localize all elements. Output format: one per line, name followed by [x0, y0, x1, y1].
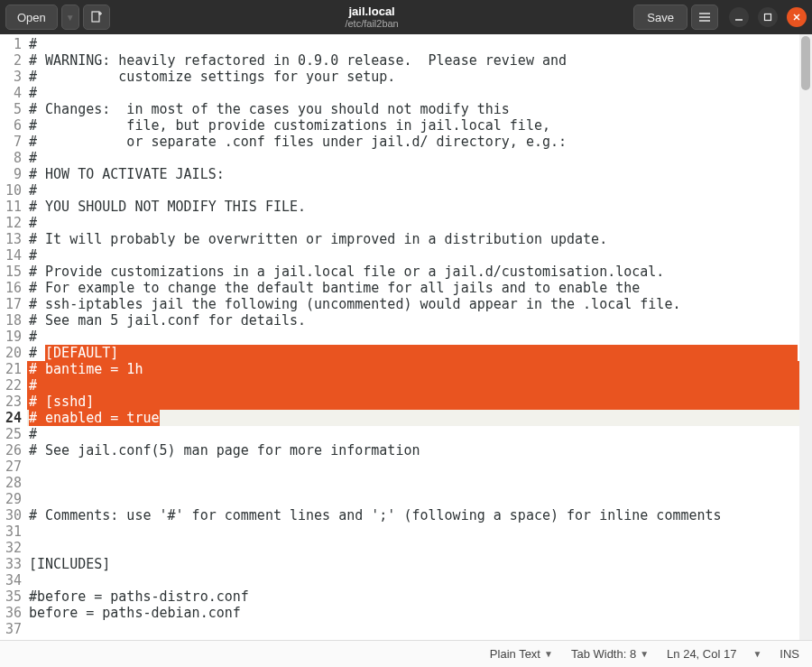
- code-line[interactable]: [27, 540, 799, 556]
- line-number: 27: [0, 459, 22, 475]
- code-line[interactable]: [27, 523, 799, 540]
- line-number: 3: [0, 69, 22, 85]
- cursor-position-selector[interactable]: Ln 24, Col 17 ▼: [667, 647, 761, 661]
- svg-rect-7: [765, 14, 771, 21]
- hamburger-menu-button[interactable]: [691, 5, 718, 30]
- code-line[interactable]: # enabled = true: [27, 410, 799, 426]
- code-line[interactable]: #before = paths-distro.conf: [27, 588, 799, 605]
- line-number: 16: [0, 280, 22, 296]
- maximize-icon: [763, 13, 772, 22]
- code-line[interactable]: #: [27, 150, 799, 166]
- line-number: 4: [0, 85, 22, 101]
- close-button[interactable]: [787, 7, 807, 27]
- code-line[interactable]: # YOU SHOULD NOT MODIFY THIS FILE.: [27, 199, 799, 215]
- line-number: 17: [0, 296, 22, 312]
- line-number: 31: [0, 523, 22, 540]
- titlebar: Open ▼ jail.local /etc/fail2ban Save: [0, 0, 812, 34]
- insert-mode-indicator[interactable]: INS: [780, 647, 799, 661]
- code-line[interactable]: # Provide customizations in a jail.local…: [27, 264, 799, 280]
- chevron-down-icon: ▼: [66, 13, 75, 23]
- code-line[interactable]: # WARNING: heavily refactored in 0.9.0 r…: [27, 52, 799, 69]
- code-line[interactable]: # or separate .conf files under jail.d/ …: [27, 134, 799, 150]
- code-line[interactable]: before = paths-debian.conf: [27, 605, 799, 621]
- code-line[interactable]: # file, but provide customizations in ja…: [27, 117, 799, 134]
- new-tab-button[interactable]: [83, 5, 110, 30]
- code-line[interactable]: # customize settings for your setup.: [27, 69, 799, 85]
- scrollbar-thumb[interactable]: [801, 36, 810, 90]
- minimize-button[interactable]: [729, 7, 749, 27]
- code-line[interactable]: [27, 459, 799, 475]
- code-line[interactable]: [27, 491, 799, 507]
- statusbar: Plain Text ▼ Tab Width: 8 ▼ Ln 24, Col 1…: [0, 640, 812, 667]
- svg-rect-0: [92, 12, 99, 22]
- editor-area[interactable]: 1234567891011121314151617181920212223242…: [0, 34, 812, 640]
- line-number: 5: [0, 101, 22, 117]
- line-number: 24: [0, 410, 22, 426]
- line-number: 29: [0, 491, 22, 507]
- line-number: 23: [0, 394, 22, 410]
- line-number: 26: [0, 442, 22, 459]
- code-line[interactable]: #: [27, 426, 799, 442]
- code-line[interactable]: # bantime = 1h: [27, 361, 799, 377]
- code-content[interactable]: ## WARNING: heavily refactored in 0.9.0 …: [27, 34, 799, 640]
- line-number: 37: [0, 621, 22, 637]
- maximize-button[interactable]: [758, 7, 778, 27]
- syntax-mode-label: Plain Text: [490, 647, 540, 661]
- line-number: 30: [0, 507, 22, 523]
- tab-width-selector[interactable]: Tab Width: 8 ▼: [571, 647, 649, 661]
- hamburger-icon: [698, 12, 711, 23]
- window-controls: [729, 7, 807, 27]
- line-number: 36: [0, 605, 22, 621]
- line-number: 35: [0, 588, 22, 605]
- code-line[interactable]: #: [27, 247, 799, 264]
- title-area: jail.local /etc/fail2ban: [114, 5, 631, 29]
- close-icon: [792, 13, 801, 22]
- code-line[interactable]: #: [27, 329, 799, 345]
- code-line[interactable]: [27, 475, 799, 491]
- code-line[interactable]: #: [27, 182, 799, 199]
- line-number: 20: [0, 345, 22, 361]
- line-number: 15: [0, 264, 22, 280]
- line-number: 25: [0, 426, 22, 442]
- save-button[interactable]: Save: [633, 5, 687, 30]
- code-line[interactable]: # HOW TO ACTIVATE JAILS:: [27, 166, 799, 182]
- code-line[interactable]: # See jail.conf(5) man page for more inf…: [27, 442, 799, 459]
- line-number: 33: [0, 556, 22, 572]
- code-line[interactable]: # ssh-iptables jail the following (uncom…: [27, 296, 799, 312]
- filepath-label: /etc/fail2ban: [114, 18, 631, 29]
- open-recent-dropdown[interactable]: ▼: [61, 5, 79, 30]
- line-number: 10: [0, 182, 22, 199]
- chevron-down-icon: ▼: [752, 649, 761, 659]
- code-line[interactable]: # For example to change the default bant…: [27, 280, 799, 296]
- line-number: 14: [0, 247, 22, 264]
- cursor-position-label: Ln 24, Col 17: [667, 647, 736, 661]
- filename-label: jail.local: [114, 5, 631, 18]
- line-number: 12: [0, 215, 22, 231]
- new-document-icon: [90, 11, 103, 23]
- line-number: 1: [0, 36, 22, 52]
- line-number: 32: [0, 540, 22, 556]
- open-button[interactable]: Open: [5, 5, 58, 30]
- code-line[interactable]: #: [27, 85, 799, 101]
- line-number: 9: [0, 166, 22, 182]
- vertical-scrollbar[interactable]: [799, 34, 812, 640]
- syntax-mode-selector[interactable]: Plain Text ▼: [490, 647, 553, 661]
- code-line[interactable]: [27, 621, 799, 637]
- code-line[interactable]: #: [27, 377, 799, 394]
- line-number: 13: [0, 231, 22, 247]
- chevron-down-icon: ▼: [640, 649, 649, 659]
- code-line[interactable]: # Changes: in most of the cases you shou…: [27, 101, 799, 117]
- code-line[interactable]: # See man 5 jail.conf for details.: [27, 312, 799, 329]
- code-line[interactable]: # Comments: use '#' for comment lines an…: [27, 507, 799, 523]
- code-line[interactable]: # [sshd]: [27, 394, 799, 410]
- code-line[interactable]: # It will probably be overwritten or imp…: [27, 231, 799, 247]
- code-line[interactable]: #: [27, 215, 799, 231]
- code-line[interactable]: [INCLUDES]: [27, 556, 799, 572]
- line-number: 28: [0, 475, 22, 491]
- code-line[interactable]: #: [27, 36, 799, 52]
- line-number: 2: [0, 52, 22, 69]
- chevron-down-icon: ▼: [544, 649, 553, 659]
- code-line[interactable]: [27, 572, 799, 588]
- line-number: 19: [0, 329, 22, 345]
- code-line[interactable]: # [DEFAULT]: [27, 345, 799, 361]
